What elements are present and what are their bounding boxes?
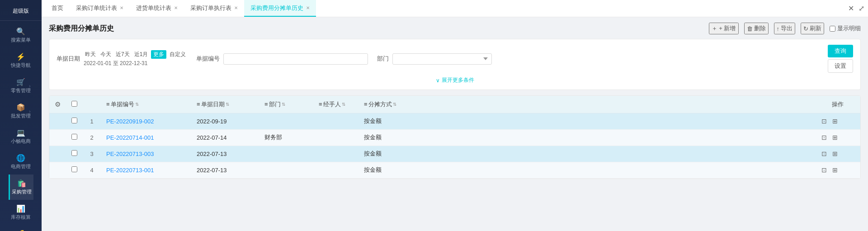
add-icon: ＋ [712, 24, 717, 33]
edit-icon-0[interactable]: ⊞ [831, 117, 839, 126]
search-icon: 🔍 [16, 27, 25, 36]
filter-actions: 查询 设置 [828, 45, 853, 73]
row-dept-0 [259, 113, 313, 129]
export-button[interactable]: ↑ 导出 [774, 23, 796, 34]
dept-filter-label: 部门 [377, 55, 389, 63]
row-handler-3 [313, 162, 359, 178]
row-checkbox-3 [66, 162, 83, 178]
row-num-0: 1 [83, 113, 101, 129]
row-check-2[interactable] [71, 150, 77, 156]
sidebar-item-purchase[interactable]: 🛍️采购管理 [9, 174, 33, 200]
docno-input[interactable] [223, 53, 368, 65]
shortcut-more[interactable]: 更多 [151, 50, 166, 59]
main-content: 首页采购订单统计表✕进货单统计表✕采购订单执行表✕采购费用分摊单历史✕ ✕ ⤢ … [42, 0, 868, 231]
shortcut-yesterday[interactable]: 昨天 [84, 50, 97, 59]
tab-purchase-exec[interactable]: 采购订单执行表✕ [184, 0, 244, 17]
refresh-icon: ↻ [803, 25, 808, 32]
sidebar-item-mini[interactable]: 💻小畅电商 [9, 124, 33, 149]
docno-link-1[interactable]: PE-20220714-001 [106, 134, 154, 141]
th-dept[interactable]: ≡ 部门 ⇅ [259, 96, 313, 113]
tab-home[interactable]: 首页 [45, 0, 70, 17]
sidebar-item-inventory[interactable]: 📊库存核算 [9, 200, 33, 225]
tabs-window-controls: ✕ ⤢ [848, 4, 864, 13]
sidebar-item-wholesale[interactable]: 📦批发管理› [9, 99, 33, 124]
tab-close-purchase-stats[interactable]: ✕ [120, 5, 123, 10]
view-icon-3[interactable]: ⊡ [821, 165, 828, 174]
row-check-0[interactable] [71, 118, 77, 123]
edit-icon-2[interactable]: ⊞ [831, 149, 839, 158]
row-op-2: ⊡ ⊞ [815, 146, 860, 162]
th-op: 操作 [815, 96, 860, 113]
close-window-icon[interactable]: ✕ [848, 4, 854, 13]
view-icon-1[interactable]: ⊡ [821, 133, 828, 142]
th-docno[interactable]: ≡ 单据编号 ⇅ [101, 96, 191, 113]
sort-docno[interactable]: ≡ 单据编号 ⇅ [106, 100, 139, 108]
sidebar-item-ecom[interactable]: 🌐电商管理 [9, 149, 33, 174]
sort-date[interactable]: ≡ 单据日期 ⇅ [197, 100, 229, 108]
page-header: 采购费用分摊单历史 ＋ + 新增 🗑 删除 ↑ 导出 ↻ 刷新 [49, 23, 861, 34]
add-button[interactable]: ＋ + 新增 [709, 23, 738, 34]
dept-select[interactable]: 财务部 [392, 53, 492, 65]
settings-icon[interactable]: ⚙ [55, 100, 61, 108]
tab-close-stock-stats[interactable]: ✕ [174, 5, 178, 10]
expand-filter-button[interactable]: ∨ 展开更多条件 [57, 76, 853, 84]
edit-icon-1[interactable]: ⊞ [831, 133, 839, 142]
row-check-1[interactable] [71, 134, 77, 140]
row-checkbox-1 [66, 129, 83, 146]
row-method-3: 按金额 [359, 162, 815, 178]
date-filter-label: 单据日期 [57, 55, 80, 63]
sort-handler[interactable]: ≡ 经手人 ⇅ [319, 100, 345, 108]
page-container: 采购费用分摊单历史 ＋ + 新增 🗑 删除 ↑ 导出 ↻ 刷新 [42, 17, 868, 231]
sort-method[interactable]: ≡ 分摊方式 ⇅ [364, 100, 396, 108]
sidebar-item-search[interactable]: 🔍搜索菜单 [9, 23, 33, 48]
tab-purchase-stats[interactable]: 采购订单统计表✕ [70, 0, 130, 17]
inventory-icon: 📊 [16, 204, 25, 213]
shortcut-custom[interactable]: 自定义 [168, 50, 187, 59]
row-settings-3 [49, 162, 66, 178]
th-handler[interactable]: ≡ 经手人 ⇅ [313, 96, 359, 113]
row-checkbox-0 [66, 113, 83, 129]
view-icon-2[interactable]: ⊡ [821, 149, 828, 158]
row-method-2: 按金额 [359, 146, 815, 162]
sidebar-item-quick[interactable]: ⚡快捷导航 [9, 48, 33, 73]
row-op-0: ⊡ ⊞ [815, 113, 860, 129]
view-icon-0[interactable]: ⊡ [821, 117, 828, 126]
docno-link-3[interactable]: PE-20220713-001 [106, 167, 154, 174]
edit-icon-3[interactable]: ⊞ [831, 165, 839, 174]
th-date[interactable]: ≡ 单据日期 ⇅ [191, 96, 259, 113]
row-check-3[interactable] [71, 166, 77, 172]
shortcut-1month[interactable]: 近1月 [133, 50, 150, 59]
tab-close-purchase-fee-hist[interactable]: ✕ [306, 5, 310, 10]
sort-dept[interactable]: ≡ 部门 ⇅ [264, 100, 285, 108]
docno-filter: 单据编号 [196, 53, 368, 65]
tab-purchase-fee-hist[interactable]: 采购费用分摊单历史✕ [244, 0, 316, 17]
page-title: 采购费用分摊单历史 [49, 24, 114, 33]
tab-stock-stats[interactable]: 进货单统计表✕ [130, 0, 184, 17]
refresh-button[interactable]: ↻ 刷新 [801, 23, 824, 34]
date-filter: 单据日期 昨天 今天 近7天 近1月 更多 自定义 2022-01-01 至 2… [57, 50, 187, 67]
show-cols-checkbox[interactable]: 显示明细 [830, 24, 861, 33]
delete-icon: 🗑 [747, 25, 753, 32]
sidebar-item-retail[interactable]: 🛒零售管理› [9, 73, 33, 99]
row-date-2: 2022-07-13 [191, 146, 259, 162]
select-all-checkbox[interactable] [71, 101, 77, 107]
dept-filter: 部门 财务部 [377, 53, 492, 65]
shortcut-today[interactable]: 今天 [99, 50, 113, 59]
th-num [83, 96, 101, 113]
show-cols-input[interactable] [830, 26, 835, 32]
docno-link-0[interactable]: PE-20220919-002 [106, 118, 154, 125]
row-date-3: 2022-07-13 [191, 162, 259, 178]
row-method-1: 按金额 [359, 129, 815, 146]
tab-close-purchase-exec[interactable]: ✕ [234, 5, 238, 10]
settings-button[interactable]: 设置 [828, 59, 853, 73]
row-docno-3: PE-20220713-001 [101, 162, 191, 178]
sidebar-item-finance[interactable]: 💰资金管理 [9, 225, 33, 231]
ecom-icon: 🌐 [16, 154, 25, 162]
th-method[interactable]: ≡ 分摊方式 ⇅ [359, 96, 815, 113]
search-button[interactable]: 查询 [828, 45, 853, 57]
docno-link-2[interactable]: PE-20220713-003 [106, 151, 154, 157]
shortcut-7days[interactable]: 近7天 [114, 50, 131, 59]
row-docno-0: PE-20220919-002 [101, 113, 191, 129]
maximize-window-icon[interactable]: ⤢ [859, 4, 864, 13]
delete-button[interactable]: 🗑 删除 [744, 23, 769, 34]
